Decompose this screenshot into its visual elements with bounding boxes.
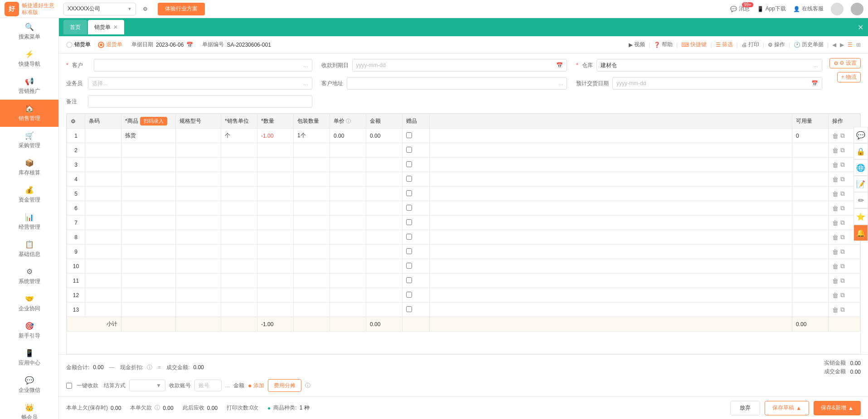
calc-method-select[interactable]: ▼ <box>129 380 165 391</box>
salesperson-input[interactable]: 选择... ... <box>88 77 312 90</box>
history-action[interactable]: 🕐 历史单据 <box>794 41 824 48</box>
copy-row-icon[interactable]: ⧉ <box>840 262 845 270</box>
sidebar-item-search[interactable]: 🔍 搜索菜单 <box>0 18 58 45</box>
right-icon-star[interactable]: ⭐ <box>853 208 868 225</box>
online-service-button[interactable]: 👤 在线客服 <box>793 5 824 13</box>
view-grid-icon[interactable]: ⊞ <box>856 42 861 48</box>
sidebar-item-wechat[interactable]: 💬 企业微信 <box>0 371 58 399</box>
delete-row-icon[interactable]: 🗑 <box>832 248 839 255</box>
nav-prev-icon[interactable]: ◀ <box>832 42 836 48</box>
calendar-icon[interactable]: 📅 <box>186 42 193 48</box>
copy-row-icon[interactable]: ⧉ <box>840 175 845 183</box>
delete-row-icon[interactable]: 🗑 <box>832 147 839 154</box>
company-selector[interactable]: XXXXXX公司 ▼ <box>63 3 136 15</box>
right-icon-special[interactable]: 🔔 <box>853 225 868 241</box>
gift-checkbox[interactable] <box>406 176 412 182</box>
save-new-button[interactable]: 保存&新增 ▲ <box>814 401 861 415</box>
app-download-button[interactable]: 📱 App下载 <box>757 5 786 13</box>
sidebar-item-operations[interactable]: 📊 经营管理 <box>0 208 58 236</box>
gift-checkbox[interactable] <box>406 219 412 225</box>
scan-button[interactable]: 扫码录入 <box>140 117 167 125</box>
gift-checkbox[interactable] <box>406 263 412 269</box>
copy-row-icon[interactable]: ⧉ <box>840 277 845 284</box>
avatar-2[interactable] <box>851 3 863 15</box>
copy-row-icon[interactable]: ⧉ <box>840 233 845 241</box>
avatar[interactable] <box>831 3 844 15</box>
copy-row-icon[interactable]: ⧉ <box>840 204 845 212</box>
sidebar-item-member[interactable]: 👑 畅会员 <box>0 399 58 419</box>
due-date-input[interactable]: yyyy-mm-dd 📅 <box>352 59 567 72</box>
sale-radio[interactable]: 销货单 <box>66 41 91 48</box>
delete-row-icon[interactable]: 🗑 <box>832 234 839 241</box>
delete-row-icon[interactable]: 🗑 <box>832 190 839 197</box>
right-icon-note[interactable]: 📝 <box>853 176 868 192</box>
account-input[interactable]: 账号 <box>194 380 222 391</box>
message-button[interactable]: 💬 消息 99+ <box>730 5 750 13</box>
table-settings-icon[interactable]: ⚙ <box>71 118 76 125</box>
delete-row-icon[interactable]: 🗑 <box>832 292 839 299</box>
right-icon-edit[interactable]: ✏ <box>853 192 868 208</box>
logistics-button[interactable]: + 物流 <box>837 72 861 82</box>
delete-row-icon[interactable]: 🗑 <box>832 176 839 183</box>
sidebar-item-app-center[interactable]: 📱 应用中心 <box>0 344 58 371</box>
copy-row-icon[interactable]: ⧉ <box>840 306 845 313</box>
right-icon-globe[interactable]: 🌐 <box>853 159 868 176</box>
copy-row-icon[interactable]: ⧉ <box>840 248 845 255</box>
gift-checkbox[interactable] <box>406 292 412 298</box>
sidebar-item-finance[interactable]: 💰 资金管理 <box>0 181 58 208</box>
discard-button[interactable]: 放弃 <box>730 401 760 415</box>
save-draft-button[interactable]: 保存草稿 ▲ <box>765 401 809 415</box>
gift-checkbox[interactable] <box>406 161 412 167</box>
settings-button[interactable]: ⚙ <box>139 3 151 15</box>
right-icon-lock[interactable]: 🔒 <box>853 143 868 159</box>
sidebar-item-guide[interactable]: 🎯 新手引导 <box>0 317 58 344</box>
video-action[interactable]: ▶ 视频 <box>629 41 645 48</box>
copy-row-icon[interactable]: ⧉ <box>840 161 845 169</box>
gift-checkbox[interactable] <box>406 234 412 240</box>
delete-row-icon[interactable]: 🗑 <box>832 277 839 284</box>
operations-action[interactable]: ⚙ 操作 <box>768 41 785 48</box>
tab-bar-close-button[interactable]: ✕ <box>858 23 863 32</box>
gift-checkbox[interactable] <box>406 190 412 196</box>
expected-date-input[interactable]: yyyy-mm-dd 📅 <box>612 77 822 90</box>
sidebar-item-sales[interactable]: 🏠 销售管理 <box>0 100 58 127</box>
print-action[interactable]: 🖨 打印 <box>742 41 759 48</box>
delete-row-icon[interactable]: 🗑 <box>832 205 839 212</box>
customer-addr-input[interactable]: ... <box>347 77 567 90</box>
gift-checkbox[interactable] <box>406 132 412 138</box>
gift-checkbox[interactable] <box>406 147 412 153</box>
shortcut-action[interactable]: ⌨ 快捷键 <box>681 41 707 48</box>
copy-row-icon[interactable]: ⧉ <box>840 132 845 140</box>
gift-checkbox[interactable] <box>406 205 412 211</box>
copy-row-icon[interactable]: ⧉ <box>840 219 845 226</box>
return-radio[interactable]: 退货单 <box>98 41 122 48</box>
delete-row-icon[interactable]: 🗑 <box>832 306 839 313</box>
tab-sales-order[interactable]: 销货单 ✕ <box>88 20 124 34</box>
delete-row-icon[interactable]: 🗑 <box>832 263 839 270</box>
expense-split-button[interactable]: 费用分摊 <box>268 379 301 392</box>
copy-row-icon[interactable]: ⧉ <box>840 291 845 299</box>
tab-home[interactable]: 首页 <box>63 20 87 34</box>
sidebar-item-enterprise[interactable]: 🤝 企业协同 <box>0 290 58 317</box>
add-payment-button[interactable]: 添加 <box>253 382 264 390</box>
set-button[interactable]: ⚙ ⚙ 设置 <box>829 58 861 68</box>
sidebar-item-purchase[interactable]: 🛒 采购管理 <box>0 127 58 154</box>
view-list-icon[interactable]: ☰ <box>848 42 853 48</box>
gift-checkbox[interactable] <box>406 277 412 283</box>
copy-row-icon[interactable]: ⧉ <box>840 190 845 197</box>
sidebar-item-quick-nav[interactable]: ⚡ 快捷导航 <box>0 45 58 72</box>
note-input[interactable] <box>88 95 312 108</box>
filter-action[interactable]: ☰ 筛选 <box>716 41 733 48</box>
help-action[interactable]: ❓ 帮助 <box>654 41 673 48</box>
gift-checkbox[interactable] <box>406 248 412 254</box>
sidebar-item-basic-info[interactable]: 📋 基础信息 <box>0 236 58 263</box>
right-icon-chat[interactable]: 💬 <box>853 127 868 143</box>
customer-input[interactable]: ... <box>94 59 312 72</box>
one-click-checkbox[interactable] <box>66 383 72 389</box>
nav-next-icon[interactable]: ▶ <box>840 42 844 48</box>
trial-button[interactable]: 体验行业方案 <box>158 3 205 15</box>
delete-row-icon[interactable]: 🗑 <box>832 161 839 169</box>
copy-row-icon[interactable]: ⧉ <box>840 146 845 154</box>
delete-row-icon[interactable]: 🗑 <box>832 219 839 226</box>
gift-checkbox[interactable] <box>406 306 412 312</box>
